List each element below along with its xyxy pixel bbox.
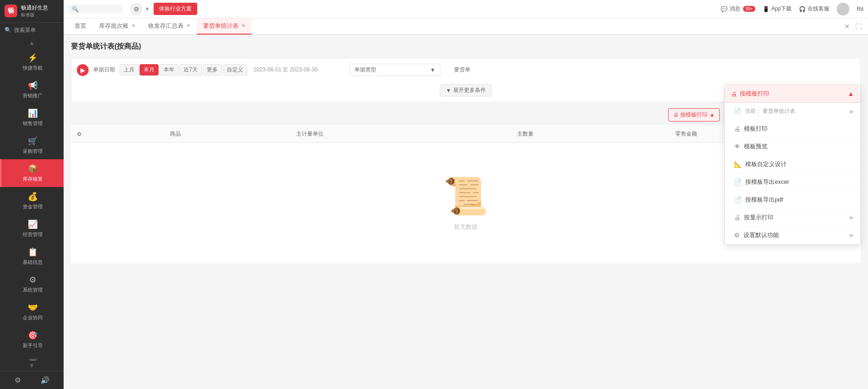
- date-btn-4[interactable]: 更多: [203, 64, 222, 76]
- sidebar-item-collab[interactable]: 🤝企业协同: [0, 298, 64, 326]
- sidebar-item-operation[interactable]: 📈经营管理: [0, 215, 64, 242]
- filter-toggle-btn[interactable]: ▶: [77, 64, 89, 76]
- messages-btn[interactable]: 💬 消息 99+: [721, 5, 755, 13]
- sidebar-item-marketing[interactable]: 📢营销推广: [0, 76, 64, 104]
- dropdown-item-template-preview[interactable]: 👁模板预览: [725, 138, 860, 156]
- dropdown-arrow[interactable]: ▼: [145, 6, 150, 12]
- item-label-template-custom: 模板自定义设计: [745, 160, 787, 168]
- sidebar-nav: ⚡快捷导航📢营销推广📊销售管理🛒采购管理📦库存核算💰资金管理📈经营管理📋基础信息…: [0, 48, 64, 360]
- sidebar-item-basic[interactable]: 📋基础信息: [0, 242, 64, 270]
- app-download-btn[interactable]: 📱 App下载: [763, 5, 792, 13]
- dropdown-header: 🖨 按模板打印 ▲: [725, 85, 860, 103]
- sidebar-item-shortcuts[interactable]: ⚡快捷导航: [0, 48, 64, 76]
- tab-close-collection[interactable]: ✕: [186, 23, 190, 29]
- nav-icon-inventory: 📦: [28, 164, 38, 174]
- tab-label-collection: 收发存汇总表: [148, 22, 184, 30]
- item-icon-template-preview: 👁: [734, 143, 740, 150]
- item-icon-display-print: 🖨: [734, 214, 740, 221]
- dropdown-item-display-print[interactable]: 🖨按显示打印▶: [725, 209, 860, 227]
- dropdown-current-item[interactable]: 📄 当前： 要货单统计表 ▶: [725, 103, 860, 120]
- message-icon: 💬: [721, 6, 728, 12]
- nav-label-system: 系统管理: [23, 287, 43, 293]
- doc-type-select[interactable]: 单据类型 ▼: [349, 64, 440, 76]
- chevron-right-icon: ▶: [850, 232, 854, 238]
- date-btn-2[interactable]: 本年: [160, 64, 179, 76]
- document-icon: 📄: [734, 108, 741, 115]
- nav-label-purchase: 采购管理: [23, 148, 43, 155]
- sidebar-item-system[interactable]: ⚙系统管理: [0, 270, 64, 298]
- dropdown-collapse-btn[interactable]: ▲: [848, 90, 854, 97]
- nav-label-shortcuts: 快捷导航: [23, 65, 43, 71]
- sidebar-item-inventory[interactable]: 📦库存核算: [0, 159, 64, 187]
- topbar-gear-btn[interactable]: ⚙: [130, 3, 143, 15]
- dropdown-item-set-default[interactable]: ⚙设置默认功能▶: [725, 227, 860, 244]
- item-label-template-export-excel: 按模板导出excel: [745, 178, 788, 186]
- nav-icon-basic: 📋: [28, 247, 38, 257]
- topbar-actions: ⚙ ▼ 体验行业方案: [128, 3, 197, 15]
- col-settings[interactable]: ⚙: [71, 126, 165, 143]
- nav-label-marketing: 营销推广: [23, 92, 43, 99]
- chevron-right-icon: ▶: [850, 214, 854, 221]
- nav-label-collab: 企业协同: [23, 314, 43, 321]
- tab-label-batch: 库存批次账: [99, 22, 129, 30]
- date-btn-5[interactable]: 自定义: [223, 64, 247, 76]
- scroll-up-btn[interactable]: ▲: [0, 38, 64, 48]
- tab-collection[interactable]: 收发存汇总表✕: [142, 18, 197, 35]
- nav-icon-guide: 🎯: [28, 330, 38, 340]
- date-btn-1[interactable]: 本月: [140, 64, 159, 76]
- sidebar-item-sales[interactable]: 📊销售管理: [0, 104, 64, 131]
- sidebar-search[interactable]: 🔍 搜索菜单: [0, 23, 64, 38]
- date-btn-0[interactable]: 上月: [120, 64, 139, 76]
- tab-home[interactable]: 首页: [68, 18, 93, 35]
- date-label: 单据日期: [93, 66, 115, 74]
- sidebar-item-purchase[interactable]: 🛒采购管理: [0, 131, 64, 159]
- dropdown-title: 🖨 按模板打印: [731, 90, 769, 98]
- nav-icon-finance: 💰: [28, 192, 38, 202]
- sidebar: 畅 畅通好生意 标准版 🔍 搜索菜单 ▲ ⚡快捷导航📢营销推广📊销售管理🛒采购管…: [0, 0, 64, 389]
- logo-text: 畅通好生意 标准版: [21, 5, 48, 18]
- user-avatar[interactable]: [837, 3, 849, 15]
- tabs-bar: 首页库存批次账✕收发存汇总表✕要货单统计表✕ ✕ ⛶: [64, 18, 868, 35]
- item-icon-set-default: ⚙: [734, 232, 740, 239]
- col-product: 商品: [165, 126, 291, 143]
- dropdown-item-template-print[interactable]: 🖨模板打印: [725, 120, 860, 138]
- chevron-up-icon: ▲: [709, 111, 715, 118]
- online-service-btn[interactable]: 🎧 在线客服: [799, 5, 829, 13]
- empty-icon: 📜: [443, 175, 489, 217]
- tab-close-all-btn[interactable]: ✕: [843, 21, 852, 32]
- settings-icon[interactable]: ⚙: [15, 376, 21, 384]
- filter-row: ▶ 单据日期 上月本月本年近7天更多自定义 2023-06-01 至 2023-…: [77, 64, 855, 76]
- sidebar-item-apps[interactable]: 🔲应用中心: [0, 354, 64, 360]
- nav-icon-marketing: 📢: [28, 81, 38, 91]
- print-template-btn[interactable]: 🖨 按模板打印 ▲: [668, 108, 720, 121]
- volume-icon[interactable]: 🔊: [40, 376, 50, 384]
- item-label-template-preview: 模板预览: [744, 142, 768, 151]
- user-name[interactable]: Rit: [857, 6, 863, 12]
- app-icon: 📱: [763, 6, 769, 12]
- cargo-label: 要货单: [454, 66, 470, 74]
- topbar-search[interactable]: 🔍: [68, 5, 123, 14]
- print-icon: 🖨: [731, 91, 737, 97]
- nav-icon-operation: 📈: [28, 219, 38, 229]
- tab-close-order-stats[interactable]: ✕: [241, 23, 245, 29]
- logo-icon: 畅: [5, 5, 17, 17]
- dropdown-item-template-export-pdf[interactable]: 📄按模板导出pdf: [725, 191, 860, 209]
- date-buttons: 上月本月本年近7天更多自定义: [120, 64, 247, 76]
- sidebar-item-guide[interactable]: 🎯新手引导: [0, 326, 64, 354]
- dropdown-item-template-export-excel[interactable]: 📄按模板导出excel: [725, 173, 860, 191]
- nav-label-operation: 经营管理: [23, 231, 43, 238]
- trial-industry-btn[interactable]: 体验行业方案: [154, 3, 197, 15]
- sidebar-item-finance[interactable]: 💰资金管理: [0, 187, 64, 215]
- scroll-down-btn[interactable]: ▼: [0, 360, 64, 371]
- tab-label-order-stats: 要货单统计表: [203, 22, 239, 30]
- nav-icon-sales: 📊: [28, 108, 38, 118]
- tab-maximize-btn[interactable]: ⛶: [853, 21, 863, 32]
- tab-close-batch[interactable]: ✕: [131, 23, 135, 29]
- nav-label-basic: 基础信息: [23, 259, 43, 266]
- expand-icon: ▼: [446, 87, 451, 94]
- tab-batch[interactable]: 库存批次账✕: [93, 18, 142, 35]
- date-btn-3[interactable]: 近7天: [180, 64, 202, 76]
- expand-more-btn[interactable]: ▼ 展开更多条件: [440, 84, 492, 96]
- dropdown-item-template-custom[interactable]: 📐模板自定义设计: [725, 156, 860, 173]
- tab-order-stats[interactable]: 要货单统计表✕: [197, 18, 252, 35]
